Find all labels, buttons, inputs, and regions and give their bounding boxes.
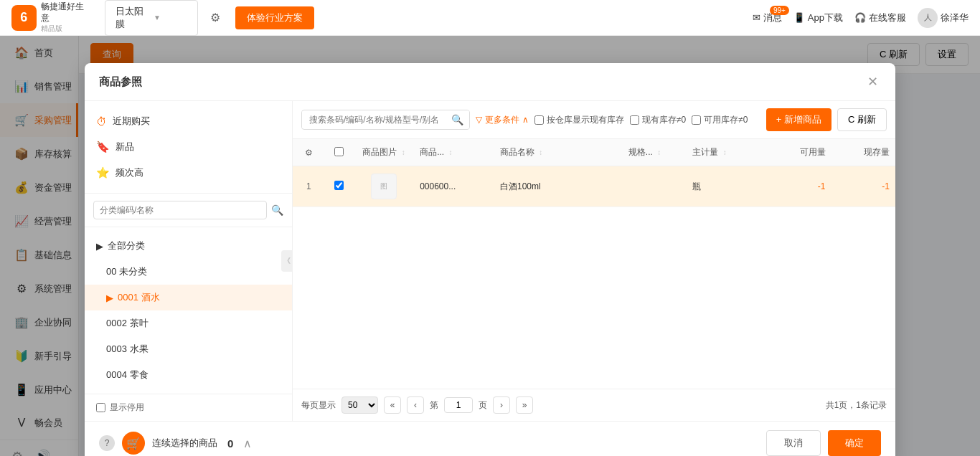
nav-frequent[interactable]: ⭐ 频次高 (85, 160, 292, 186)
category-snacks[interactable]: 0004 零食 (85, 362, 292, 388)
cart-text: 连续选择的商品 (152, 437, 217, 450)
cancel-btn[interactable]: 取消 (766, 430, 821, 456)
logo-area: 6 畅捷通好生意 精品版 (11, 1, 90, 34)
cart-collapse-btn[interactable]: ∧ (243, 437, 252, 450)
cart-btn[interactable]: 🛒 (122, 432, 145, 455)
warehouse-check-label: 按仓库显示现有库存 (547, 114, 624, 126)
product-search-bar: 🔍 (301, 110, 470, 130)
category-liquor[interactable]: ▶ 0001 酒水 (85, 285, 292, 310)
add-product-btn[interactable]: + 新增商品 (766, 108, 831, 131)
table-header-row: ⚙ 商品图片 ↕ 商品... ↕ (293, 139, 895, 166)
frequent-label: 频次高 (116, 166, 143, 179)
recent-label: 近期购买 (113, 115, 150, 128)
show-disabled-checkbox[interactable] (96, 403, 105, 412)
cat-snacks-label: 0004 零食 (106, 369, 149, 381)
page-prefix: 第 (430, 399, 438, 412)
col-header-stock: 现存量 (831, 139, 895, 166)
select-all-check[interactable] (334, 147, 344, 156)
first-page-btn[interactable]: « (384, 396, 401, 414)
cat-liquor-label: 0001 酒水 (118, 291, 160, 304)
panel-collapse-btn[interactable]: 《 (281, 250, 293, 272)
left-panel-nav: ⏱ 近期购买 🔖 新品 ⭐ 频次高 (85, 101, 292, 194)
col-header-code[interactable]: 商品... ↕ (414, 139, 494, 166)
nav-recent-purchase[interactable]: ⏱ 近期购买 (85, 108, 292, 134)
next-page-btn[interactable]: › (493, 396, 510, 414)
warehouse-check[interactable] (534, 115, 544, 125)
message-icon: ✉ (753, 12, 760, 23)
row-unit: 瓶 (687, 166, 750, 207)
category-all-label: 全部分类 (108, 239, 145, 252)
left-panel: ⏱ 近期购买 🔖 新品 ⭐ 频次高 (85, 101, 293, 421)
app-download-btn[interactable]: 📱 App下载 (793, 11, 843, 24)
avail-nonzero-check[interactable] (692, 115, 701, 125)
stock-nonzero-check[interactable] (630, 115, 639, 125)
nav-new-products[interactable]: 🔖 新品 (85, 134, 292, 160)
nav-right: ✉ 消息 99+ 📱 App下载 🎧 在线客服 人 徐泽华 (753, 8, 969, 28)
name-sort-icon: ↕ (539, 149, 542, 156)
filter-icon: ▽ (476, 115, 482, 125)
table-row[interactable]: 1 图 000600... 白酒100ml 瓶 -1 (293, 166, 895, 207)
col-header-settings[interactable]: ⚙ (293, 139, 325, 166)
category-tea[interactable]: 0002 茶叶 (85, 310, 292, 336)
col-header-img: 商品图片 ↕ (354, 139, 414, 166)
cat-tea-label: 0002 茶叶 (106, 317, 149, 330)
last-page-btn[interactable]: » (516, 396, 533, 414)
category-search-icon[interactable]: 🔍 (271, 204, 283, 216)
prev-page-btn[interactable]: ‹ (407, 396, 424, 414)
category-search-input[interactable] (93, 201, 267, 219)
col-header-name[interactable]: 商品名称 ↕ (494, 139, 623, 166)
category-tree: ▶ 全部分类 00 未分类 ▶ 0001 酒水 0002 茶叶 (85, 227, 292, 394)
top-nav: 6 畅捷通好生意 精品版 日太阳膜 ▼ ⚙ 体验行业方案 ✉ 消息 99+ 📱 … (0, 0, 980, 36)
col-header-avail: 可用量 (751, 139, 831, 166)
filter-btn[interactable]: ▽ 更多条件 ∧ (476, 114, 529, 126)
logo-icon: 6 (11, 5, 37, 31)
modal-close-button[interactable]: ✕ (864, 73, 881, 90)
row-img: 图 (354, 166, 414, 207)
category-fruit[interactable]: 0003 水果 (85, 336, 292, 362)
online-service-btn[interactable]: 🎧 在线客服 (854, 11, 906, 24)
col-header-check (325, 139, 354, 166)
message-badge: 99+ (770, 6, 789, 15)
new-label: 新品 (116, 141, 134, 153)
product-image: 图 (371, 174, 397, 199)
code-sort-icon: ↕ (449, 149, 453, 156)
page-input[interactable] (444, 397, 473, 413)
check-avail-nonzero: 可用库存≠0 (692, 114, 748, 126)
col-header-spec[interactable]: 规格... ↕ (623, 139, 687, 166)
product-search-input[interactable] (302, 111, 446, 128)
nav-selector[interactable]: 日太阳膜 ▼ (105, 0, 198, 36)
gear-button[interactable]: ⚙ (204, 6, 227, 29)
img-sort-icon: ↕ (402, 149, 405, 156)
trial-btn[interactable]: 体验行业方案 (235, 6, 314, 29)
row-index: 1 (293, 166, 325, 207)
row-code: 000600... (414, 166, 494, 207)
footer-actions: 取消 确定 (766, 430, 881, 456)
row-check[interactable] (325, 166, 354, 207)
product-search-btn[interactable]: 🔍 (446, 110, 469, 129)
cat-liquor-arrow: ▶ (106, 293, 113, 303)
expand-icon: ▶ (96, 241, 103, 252)
modal-title: 商品参照 (99, 75, 864, 89)
category-unclassified[interactable]: 00 未分类 (85, 259, 292, 285)
user-menu-btn[interactable]: 人 徐泽华 (918, 8, 969, 28)
unit-sort-icon: ↕ (723, 149, 727, 156)
help-icon[interactable]: ? (99, 435, 115, 451)
message-btn[interactable]: ✉ 消息 99+ (753, 11, 782, 24)
category-drinks[interactable]: 0005 饮料 (85, 388, 292, 394)
category-all[interactable]: ▶ 全部分类 (85, 233, 292, 259)
frequent-icon: ⭐ (96, 166, 110, 179)
modal-header: 商品参照 ✕ (85, 63, 895, 101)
main-content: 查询 C 刷新 设置 商品参照 ✕ ⏱ 近期购买 (79, 36, 980, 456)
pagination-bar: 每页显示 50 100 200 « ‹ 第 页 › » 共1页，1条记 (293, 389, 895, 421)
cat-unclassified-label: 00 未分类 (106, 265, 147, 278)
left-panel-footer: 显示停用 (85, 394, 292, 421)
category-search-bar: 🔍 (85, 194, 292, 227)
confirm-btn[interactable]: 确定 (828, 430, 881, 456)
nav-selector-arrow-icon: ▼ (154, 14, 187, 22)
col-header-unit[interactable]: 主计量 ↕ (687, 139, 750, 166)
user-avatar: 人 (918, 8, 938, 28)
check-stock-nonzero: 现有库存≠0 (630, 114, 686, 126)
row-checkbox[interactable] (334, 181, 344, 190)
refresh-product-btn[interactable]: C 刷新 (837, 108, 887, 131)
page-size-select[interactable]: 50 100 200 (341, 396, 378, 414)
